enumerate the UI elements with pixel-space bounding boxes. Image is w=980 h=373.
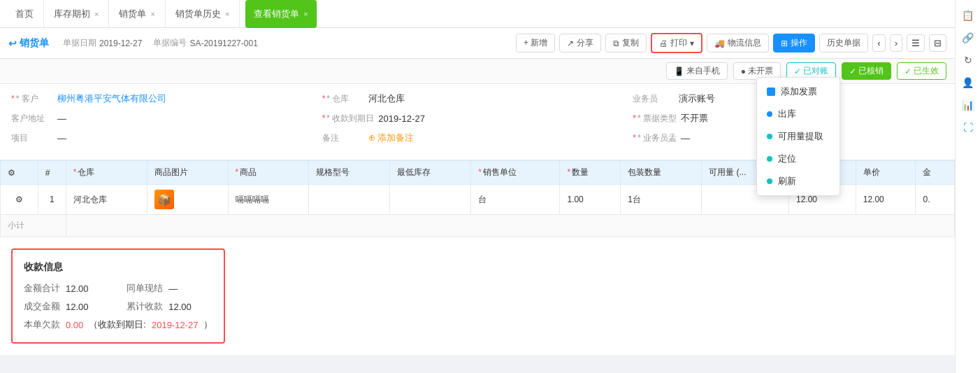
tab-sales-history-label: 销货单历史 (175, 8, 221, 20)
cancel-button[interactable]: ✓ 已核销 (842, 62, 891, 80)
doc-type-label: 销货单 (20, 37, 49, 50)
same-order-label: 同单现结 (127, 282, 163, 295)
add-remark-button[interactable]: ⊕ 添加备注 (368, 132, 415, 144)
tab-inventory-label: 库存期初 (54, 8, 90, 20)
dropdown-locate[interactable]: 定位 (757, 148, 840, 170)
view-list-button[interactable]: ☰ (907, 34, 925, 52)
payment-date-label: * 收款到期日 (322, 113, 375, 125)
cumulative-row: 累计收款 12.00 (127, 300, 212, 313)
tab-home[interactable]: 首页 (6, 0, 44, 28)
dropdown-add-invoice[interactable]: 添加发票 (757, 80, 840, 103)
overdue-bracket: ） (203, 318, 212, 331)
num-label: 单据编号 (153, 37, 187, 49)
print-button-label: 打印 (670, 37, 687, 49)
effect-icon: ✓ (905, 66, 911, 76)
print-icon: 🖨 (659, 38, 668, 48)
payment-title: 收款信息 (24, 261, 212, 274)
row-setting[interactable]: ⚙ (1, 185, 38, 215)
tab-check-sales-label: 查看销货单 (254, 8, 299, 20)
col-quantity: *数量 (560, 161, 621, 185)
operate-button-label: 操作 (791, 37, 807, 49)
sidebar-chart-icon[interactable]: 📊 (958, 95, 978, 115)
print-button[interactable]: 🖨 打印 ▾ (651, 33, 702, 53)
col-amount: 金 (916, 161, 955, 185)
right-sidebar: 📋 🔗 ↻ 👤 📊 ⛶ (955, 28, 980, 373)
tab-inventory[interactable]: 库存期初 × (44, 0, 109, 28)
sales-mgr-value: — (681, 133, 690, 143)
same-order-value: — (168, 283, 178, 294)
share-button-label: 分享 (577, 37, 593, 49)
col-setting: ⚙ (1, 161, 38, 185)
nav-next-button[interactable]: › (890, 34, 902, 52)
customer-label: * 客户 (11, 93, 53, 105)
dropdown-available-qty[interactable]: 可用量提取 (757, 125, 840, 148)
operations-dropdown: 添加发票 出库 可用量提取 定位 刷新 (756, 77, 840, 196)
confirm-icon: ✓ (794, 66, 801, 76)
logistics-button-label: 物流信息 (728, 37, 761, 49)
customer-value[interactable]: 柳州粤港平安气体有限公司 (57, 92, 166, 105)
tab-sales[interactable]: 销货单 × (109, 0, 165, 28)
tab-sales-history-close[interactable]: × (225, 10, 229, 18)
cumulative-label: 累计收款 (127, 300, 163, 313)
mobile-button[interactable]: 📱 来自手机 (666, 62, 728, 80)
date-value: 2019-12-27 (99, 38, 142, 48)
outbound-label: 出库 (778, 108, 796, 120)
payment-grid: 金额合计 12.00 同单现结 — 成交金额 12.00 累计收款 12.00 (24, 282, 212, 331)
row-warehouse: 河北仓库 (66, 185, 147, 215)
add-invoice-label: 添加发票 (781, 85, 817, 98)
nav-prev-button[interactable]: ‹ (872, 34, 885, 52)
history-button[interactable]: 历史单据 (819, 34, 868, 52)
overdue-date: 2019-12-27 (152, 320, 199, 330)
warehouse-label: * 仓库 (322, 93, 364, 105)
tab-sales-close[interactable]: × (150, 10, 154, 18)
new-button[interactable]: + 新增 (516, 34, 555, 52)
row-unit-price: 12.00 (856, 185, 916, 215)
dropdown-outbound[interactable]: 出库 (757, 103, 840, 125)
subtotal-label: 小计 (1, 215, 66, 237)
payment-date-field: * 收款到期日 2019-12-27 (322, 113, 633, 125)
overdue-value: 0.00 (66, 320, 83, 330)
sales-mgr-label: * 业务员盂 (633, 132, 677, 144)
copy-button[interactable]: ⧉ 复制 (605, 34, 647, 52)
project-field: 项目 — (11, 132, 322, 144)
dropdown-refresh[interactable]: 刷新 (757, 170, 840, 192)
available-qty-label: 可用量提取 (778, 130, 823, 143)
tab-home-label: 首页 (15, 8, 34, 20)
share-button[interactable]: ↗ 分享 (559, 34, 601, 52)
tab-sales-label: 销货单 (119, 8, 146, 20)
warehouse-value: 河北仓库 (368, 92, 405, 105)
total-label: 金额合计 (24, 282, 60, 295)
row-amount: 0. (916, 185, 955, 215)
sidebar-expand-icon[interactable]: ⛶ (958, 118, 978, 137)
view-grid-button[interactable]: ⊟ (929, 34, 946, 52)
col-product: *商品 (228, 161, 309, 185)
product-thumbnail: 📦 (154, 190, 174, 209)
sidebar-link-icon[interactable]: 🔗 (958, 28, 978, 48)
row-num: 1 (38, 185, 66, 215)
main-toolbar: ↩ 销货单 单据日期 2019-12-27 单据编号 SA-20191227-0… (0, 28, 955, 59)
cancel-button-label: 已核销 (858, 65, 884, 77)
tab-check-sales-close[interactable]: × (303, 10, 308, 18)
toolbar-right: + 新增 ↗ 分享 ⧉ 复制 🖨 打印 ▾ 🚚 物流信息 (516, 33, 946, 53)
row-min-stock (390, 185, 471, 215)
share-icon: ↗ (567, 38, 574, 48)
operate-button[interactable]: ⊞ 操作 (773, 34, 815, 52)
effect-button-label: 已生效 (914, 65, 939, 77)
sidebar-user-icon[interactable]: 👤 (958, 73, 978, 92)
tab-check-sales[interactable]: 查看销货单 × (245, 0, 317, 28)
sidebar-refresh-icon[interactable]: ↻ (958, 50, 978, 70)
deal-amount-row: 成交金额 12.00 (24, 300, 110, 313)
address-field: 客户地址 — (11, 113, 322, 125)
history-button-label: 历史单据 (827, 37, 860, 49)
col-unit-price: 单价 (856, 161, 916, 185)
confirm-button-label: 已对账 (803, 65, 828, 77)
mobile-button-label: 来自手机 (686, 65, 720, 77)
logistics-button[interactable]: 🚚 物流信息 (707, 34, 769, 52)
tab-sales-history[interactable]: 销货单历史 × (166, 0, 240, 28)
tab-inventory-close[interactable]: × (94, 10, 99, 18)
col-spec: 规格型号 (309, 161, 390, 185)
date-meta: 单据日期 2019-12-27 (63, 37, 142, 49)
col-num: # (38, 161, 66, 185)
doc-meta: 单据日期 2019-12-27 单据编号 SA-20191227-001 (63, 37, 258, 49)
effect-button[interactable]: ✓ 已生效 (897, 62, 946, 80)
